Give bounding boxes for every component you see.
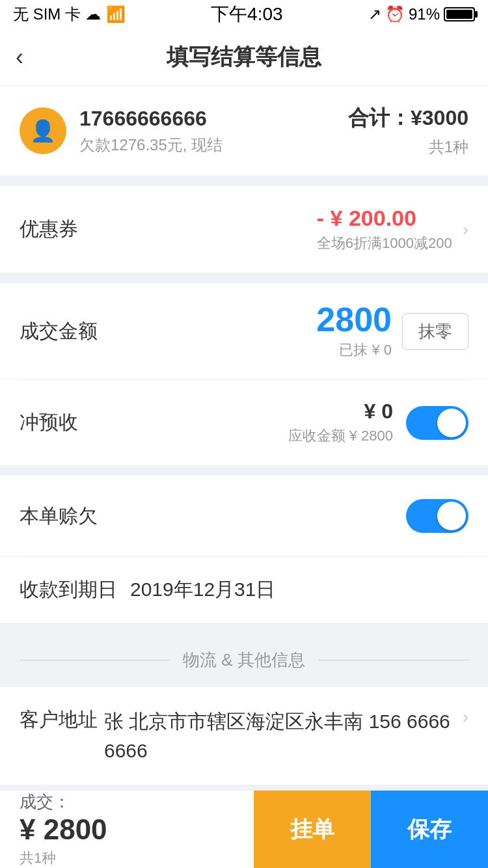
- deal-amount-right: 2800 已抹 ¥ 0 抹零: [316, 303, 468, 360]
- debit-label: 本单赊欠: [20, 503, 98, 530]
- coupon-chevron-icon: ›: [463, 219, 468, 240]
- page-title: 填写结算等信息: [167, 42, 321, 72]
- avatar: 👤: [20, 107, 66, 154]
- bottom-bar: 成交： ¥ 2800 共1种 挂单 保存: [0, 790, 488, 868]
- location-icon: ↗: [368, 5, 381, 23]
- total-amount: 合计：¥3000: [348, 104, 468, 133]
- coupon-info: - ¥ 200.00 全场6折满1000减200: [317, 206, 452, 253]
- status-time: 下午4:03: [211, 2, 283, 27]
- bottom-deal-label: 成交：: [20, 792, 70, 811]
- save-button[interactable]: 保存: [371, 791, 488, 869]
- divider-2: [0, 273, 488, 283]
- deal-amount-sub: 已抹 ¥ 0: [316, 340, 392, 360]
- customer-phone: 17666666666: [79, 107, 348, 131]
- deal-amount-row: 成交金额 2800 已抹 ¥ 0 抹零: [0, 283, 488, 379]
- logistics-line-left: [20, 660, 170, 660]
- logistics-header: 物流 & 其他信息: [0, 633, 488, 687]
- divider-3: [0, 465, 488, 476]
- coupon-amount: - ¥ 200.00: [317, 206, 452, 231]
- section-gap-1: [0, 623, 488, 633]
- round-button[interactable]: 抹零: [402, 313, 468, 350]
- bottom-deal-info: 成交： ¥ 2800 共1种: [0, 791, 254, 868]
- address-label: 客户地址: [20, 707, 104, 733]
- divider-1: [0, 176, 488, 186]
- debit-toggle-knob: [437, 502, 466, 530]
- precollect-right: ¥ 0 应收金额 ¥ 2800: [288, 400, 468, 446]
- precollect-label: 冲预收: [20, 409, 78, 436]
- battery-percent: 91%: [409, 5, 440, 23]
- logistics-text: 物流 & 其他信息: [183, 649, 305, 671]
- due-date-label: 收款到期日: [20, 576, 117, 603]
- bottom-deal-amount: ¥ 2800: [20, 813, 254, 846]
- back-button[interactable]: ‹: [16, 44, 23, 71]
- due-date-row: 收款到期日 2019年12月31日: [0, 557, 488, 623]
- precollect-amount: ¥ 0: [288, 400, 393, 424]
- sim-label: 无 SIM 卡 ☁: [13, 4, 101, 25]
- deal-amount-info: 2800 已抹 ¥ 0: [316, 303, 392, 360]
- address-row[interactable]: 客户地址 张 北京市市辖区海淀区永丰南 156 6666 6666 ›: [0, 687, 488, 785]
- total-count: 共1种: [348, 137, 468, 157]
- coupon-desc: 全场6折满1000减200: [317, 234, 452, 253]
- due-date-value: 2019年12月31日: [130, 576, 275, 603]
- address-value: 张 北京市市辖区海淀区永丰南 156 6666 6666: [104, 707, 463, 765]
- customer-total: 合计：¥3000 共1种: [348, 104, 468, 157]
- avatar-icon: 👤: [30, 118, 56, 143]
- precollect-toggle[interactable]: [406, 406, 468, 440]
- address-chevron-icon: ›: [463, 707, 468, 727]
- deal-amount-label: 成交金额: [20, 318, 98, 345]
- precollect-receivable: 应收金额 ¥ 2800: [288, 426, 393, 446]
- debit-toggle[interactable]: [406, 499, 468, 533]
- precollect-info: ¥ 0 应收金额 ¥ 2800: [288, 400, 393, 446]
- logistics-line-right: [318, 660, 468, 660]
- alarm-icon: ⏰: [385, 5, 405, 23]
- bottom-deal-count: 共1种: [20, 848, 254, 868]
- battery-icon: [444, 7, 475, 21]
- battery-fill: [446, 10, 472, 19]
- coupon-row[interactable]: 优惠券 - ¥ 200.00 全场6折满1000减200 ›: [0, 186, 488, 273]
- toggle-knob: [437, 409, 466, 437]
- wifi-icon: 📶: [106, 5, 126, 23]
- debit-row: 本单赊欠: [0, 476, 488, 556]
- nav-bar: ‹ 填写结算等信息: [0, 29, 488, 86]
- precollect-row: 冲预收 ¥ 0 应收金额 ¥ 2800: [0, 380, 488, 465]
- customer-info: 17666666666 欠款1276.35元, 现结: [79, 107, 348, 156]
- status-bar: 无 SIM 卡 ☁ 📶 下午4:03 ↗ ⏰ 91%: [0, 0, 488, 29]
- coupon-label: 优惠券: [20, 216, 78, 243]
- status-left: 无 SIM 卡 ☁ 📶: [13, 4, 126, 25]
- status-right: ↗ ⏰ 91%: [368, 5, 475, 23]
- customer-debt: 欠款1276.35元, 现结: [79, 135, 348, 156]
- deal-amount-value: 2800: [316, 303, 392, 336]
- hang-button[interactable]: 挂单: [254, 791, 371, 869]
- coupon-right: - ¥ 200.00 全场6折满1000减200 ›: [317, 206, 468, 253]
- customer-card: 👤 17666666666 欠款1276.35元, 现结 合计：¥3000 共1…: [0, 86, 488, 176]
